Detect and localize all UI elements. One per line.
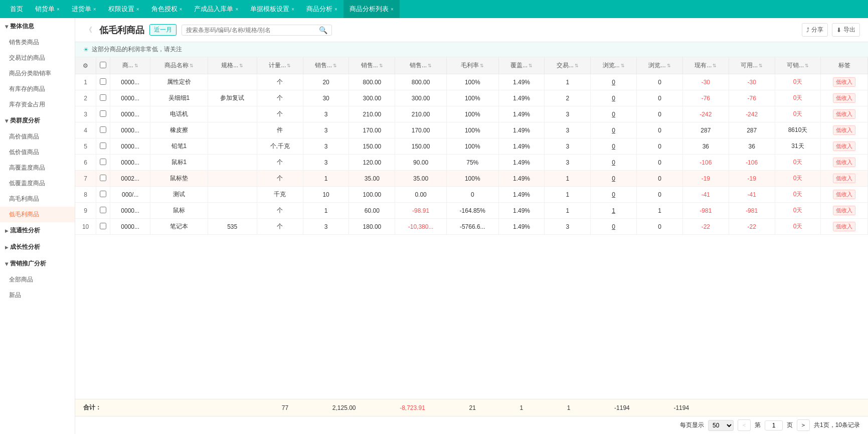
row-browse1[interactable]: 0 (591, 219, 637, 235)
row-checkbox[interactable] (100, 175, 106, 181)
row-checkbox-cell[interactable] (96, 203, 110, 219)
row-browse1[interactable]: 1 (591, 203, 637, 219)
search-input[interactable] (186, 27, 319, 34)
filter-recent-month-btn[interactable]: 近一月 (149, 24, 177, 36)
col-settings[interactable]: ⚙ (75, 57, 96, 74)
nav-sales-close[interactable]: × (57, 7, 60, 12)
row-checkbox-cell[interactable] (96, 138, 110, 155)
col-checkbox[interactable] (96, 57, 110, 74)
row-checkbox-cell[interactable] (96, 90, 110, 106)
sidebar-item-sales-goods[interactable]: 销售类商品 (0, 35, 75, 50)
row-browse1[interactable]: 0 (591, 171, 637, 187)
sort-icon-b2[interactable]: ⇅ (667, 63, 671, 68)
sort-icon-unit[interactable]: ⇅ (287, 63, 291, 68)
row-name[interactable]: 橡皮擦 (150, 122, 208, 138)
sort-icon-cr[interactable]: ⇅ (529, 63, 533, 68)
nav-roles-close[interactable]: × (180, 7, 183, 12)
sidebar-item-high-value[interactable]: 高价值商品 (0, 129, 75, 144)
row-browse1[interactable]: 0 (591, 138, 637, 155)
row-checkbox[interactable] (100, 94, 106, 101)
sidebar-item-low-value[interactable]: 低价值商品 (0, 144, 75, 160)
row-checkbox-cell[interactable] (96, 219, 110, 235)
nav-permissions[interactable]: 权限设置 × (102, 0, 145, 18)
sort-icon-spec[interactable]: ⇅ (239, 63, 243, 68)
row-name[interactable]: 属性定价 (150, 74, 208, 90)
nav-goods-analysis-list[interactable]: 商品分析列表 × (343, 0, 400, 18)
sort-icon-cs[interactable]: ⇅ (713, 63, 717, 68)
row-browse1[interactable]: 0 (591, 90, 637, 106)
sidebar-group-overall[interactable]: ▾ 整体信息 (0, 18, 75, 35)
sort-icon-tc[interactable]: ⇅ (575, 63, 579, 68)
nav-roles[interactable]: 角色授权 × (145, 0, 189, 18)
row-name[interactable]: 鼠标1 (150, 155, 208, 171)
row-checkbox-cell[interactable] (96, 122, 110, 138)
sidebar-item-low-coverage[interactable]: 低覆盖度商品 (0, 176, 75, 191)
sidebar-group-cluster[interactable]: ▾ 类群度分析 (0, 112, 75, 129)
row-name[interactable]: 鼠标垫 (150, 171, 208, 187)
row-checkbox-cell[interactable] (96, 74, 110, 90)
row-checkbox[interactable] (100, 159, 106, 165)
nav-goods-analysis-close[interactable]: × (334, 7, 337, 12)
row-checkbox[interactable] (100, 207, 106, 213)
sort-icon-sl[interactable]: ⇅ (805, 63, 809, 68)
sort-icon-sq[interactable]: ⇅ (333, 63, 337, 68)
sort-icon-b1[interactable]: ⇅ (621, 63, 625, 68)
row-name[interactable]: 笔记本 (150, 219, 208, 235)
collapse-sidebar-btn[interactable]: 《 (83, 24, 94, 37)
sidebar-item-new-goods[interactable]: 新品 (0, 287, 75, 303)
row-checkbox-cell[interactable] (96, 187, 110, 203)
sidebar-item-all-goods[interactable]: 全部商品 (0, 272, 75, 287)
row-name[interactable]: 铅笔1 (150, 138, 208, 155)
row-checkbox[interactable] (100, 110, 106, 117)
sidebar-item-category-rate[interactable]: 商品分类助销率 (0, 66, 75, 81)
sidebar-group-marketing[interactable]: ▾ 营销推广分析 (0, 255, 75, 272)
share-btn[interactable]: ⤴ 分享 (802, 23, 828, 37)
row-checkbox-cell[interactable] (96, 171, 110, 187)
col-settings-icon[interactable]: ⚙ (83, 62, 88, 69)
row-name[interactable]: 鼠标 (150, 203, 208, 219)
export-btn[interactable]: ⬇ 导出 (832, 23, 860, 37)
nav-template[interactable]: 单据模板设置 × (244, 0, 300, 18)
prev-page-btn[interactable]: ＜ (738, 419, 751, 431)
row-checkbox-cell[interactable] (96, 155, 110, 171)
row-browse1[interactable]: 0 (591, 155, 637, 171)
sidebar-item-traded-goods[interactable]: 交易过的商品 (0, 50, 75, 66)
next-page-btn[interactable]: ＞ (797, 419, 810, 431)
nav-purchase-close[interactable]: × (93, 7, 96, 12)
nav-home[interactable]: 首页 (4, 0, 29, 18)
row-checkbox[interactable] (100, 191, 106, 197)
row-checkbox[interactable] (100, 142, 106, 149)
nav-permissions-close[interactable]: × (136, 7, 139, 12)
row-name[interactable]: 测试 (150, 187, 208, 203)
per-page-select[interactable]: 50 100 (708, 420, 734, 431)
row-browse1[interactable]: 0 (591, 74, 637, 90)
row-browse1[interactable]: 0 (591, 187, 637, 203)
nav-template-close[interactable]: × (291, 7, 294, 12)
sidebar-item-low-margin[interactable]: 低毛利商品 (0, 207, 75, 222)
nav-goods-analysis[interactable]: 商品分析 × (300, 0, 343, 18)
sidebar-item-high-coverage[interactable]: 高覆盖度商品 (0, 160, 75, 176)
nav-sales[interactable]: 销货单 × (29, 0, 66, 18)
sort-icon-av[interactable]: ⇅ (759, 63, 763, 68)
sidebar-item-stock-goods[interactable]: 有库存的商品 (0, 81, 75, 97)
sidebar-item-high-margin[interactable]: 高毛利商品 (0, 191, 75, 207)
row-checkbox[interactable] (100, 78, 106, 85)
sidebar-item-stock-capital[interactable]: 库存资金占用 (0, 97, 75, 112)
row-name[interactable]: 电话机 (150, 106, 208, 122)
sidebar-group-growth[interactable]: ▸ 成长性分析 (0, 239, 75, 255)
sort-icon-code[interactable]: ⇅ (134, 63, 138, 68)
row-browse1[interactable]: 0 (591, 106, 637, 122)
page-number-input[interactable] (765, 420, 783, 430)
sidebar-group-flow[interactable]: ▸ 流通性分析 (0, 222, 75, 239)
row-name[interactable]: 吴细细1 (150, 90, 208, 106)
row-browse1[interactable]: 0 (591, 122, 637, 138)
nav-purchase[interactable]: 进货单 × (66, 0, 102, 18)
sort-icon-name[interactable]: ⇅ (190, 63, 194, 68)
row-checkbox[interactable] (100, 126, 106, 133)
select-all-checkbox[interactable] (100, 62, 106, 68)
nav-product-entry-close[interactable]: × (235, 7, 238, 12)
sort-icon-spr[interactable]: ⇅ (428, 63, 432, 68)
sort-icon-gr[interactable]: ⇅ (480, 63, 484, 68)
row-checkbox[interactable] (100, 223, 106, 229)
nav-product-entry[interactable]: 产成品入库单 × (188, 0, 244, 18)
